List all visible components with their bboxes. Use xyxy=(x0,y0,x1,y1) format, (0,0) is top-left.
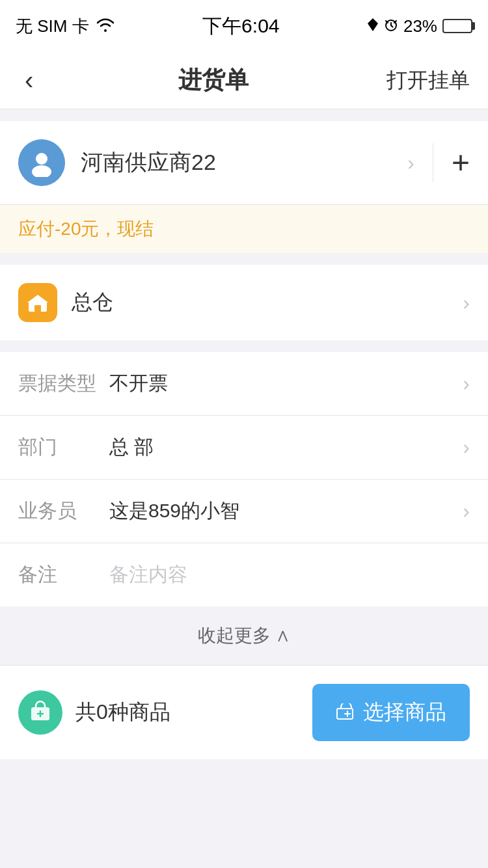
supplier-section: 河南供应商22 › + 应付-20元，现结 xyxy=(0,121,488,253)
supplier-row[interactable]: 河南供应商22 › + xyxy=(0,121,488,205)
collapse-button[interactable]: 收起更多 ∧ xyxy=(0,606,488,665)
add-supplier-button[interactable]: + xyxy=(452,147,470,178)
svg-point-1 xyxy=(36,153,47,165)
salesperson-row[interactable]: 业务员 这是859的小智 › xyxy=(0,479,488,543)
svg-marker-4 xyxy=(27,295,48,303)
page-title: 进货单 xyxy=(178,64,249,96)
department-label: 部门 xyxy=(18,434,96,461)
note-label: 备注 xyxy=(18,562,96,588)
back-button[interactable]: ‹ xyxy=(18,59,40,102)
battery-percent: 23% xyxy=(403,16,437,36)
note-row[interactable]: 备注 备注内容 xyxy=(0,543,488,606)
status-time: 下午6:04 xyxy=(202,13,279,40)
warehouse-icon xyxy=(18,283,57,322)
status-right: 23% xyxy=(367,16,472,36)
product-count: 共0种商品 xyxy=(75,698,312,727)
divider xyxy=(433,143,433,182)
status-bar: 无 SIM 卡 下午6:04 23% xyxy=(0,0,488,52)
invoice-value: 不开票 xyxy=(109,370,463,397)
section-gap-2 xyxy=(0,253,488,265)
open-pending-button[interactable]: 打开挂单 xyxy=(386,66,470,95)
page-background xyxy=(0,759,488,868)
product-icon xyxy=(18,690,62,735)
department-row[interactable]: 部门 总 部 › xyxy=(0,415,488,479)
svg-rect-5 xyxy=(34,305,41,312)
alarm-icon xyxy=(384,16,398,36)
note-input[interactable]: 备注内容 xyxy=(109,562,470,588)
info-banner: 应付-20元，现结 xyxy=(0,205,488,253)
supplier-avatar xyxy=(18,139,65,186)
salesperson-value: 这是859的小智 xyxy=(109,498,463,524)
svg-point-2 xyxy=(32,165,51,177)
invoice-label: 票据类型 xyxy=(18,370,96,397)
department-chevron-icon: › xyxy=(463,435,470,459)
select-goods-button[interactable]: 选择商品 xyxy=(312,684,470,741)
salesperson-label: 业务员 xyxy=(18,498,96,524)
warehouse-name: 总仓 xyxy=(72,288,463,317)
wifi-icon xyxy=(96,16,115,36)
invoice-chevron-icon: › xyxy=(463,372,470,396)
warehouse-row[interactable]: 总仓 › xyxy=(0,265,488,340)
salesperson-chevron-icon: › xyxy=(463,499,470,523)
form-section: 票据类型 不开票 › 部门 总 部 › 业务员 这是859的小智 › 备注 备注… xyxy=(0,352,488,606)
section-gap-3 xyxy=(0,340,488,352)
section-gap-1 xyxy=(0,109,488,121)
product-row: 共0种商品 选择商品 xyxy=(0,665,488,759)
supplier-name: 河南供应商22 xyxy=(81,148,407,178)
battery-icon xyxy=(442,19,472,33)
status-carrier: 无 SIM 卡 xyxy=(16,15,115,38)
warehouse-chevron-icon: › xyxy=(463,291,470,315)
nav-bar: ‹ 进货单 打开挂单 xyxy=(0,52,488,109)
supplier-chevron-icon: › xyxy=(407,151,414,175)
warehouse-section: 总仓 › xyxy=(0,265,488,340)
department-value: 总 部 xyxy=(109,434,463,461)
invoice-row[interactable]: 票据类型 不开票 › xyxy=(0,352,488,415)
location-icon xyxy=(367,16,379,36)
